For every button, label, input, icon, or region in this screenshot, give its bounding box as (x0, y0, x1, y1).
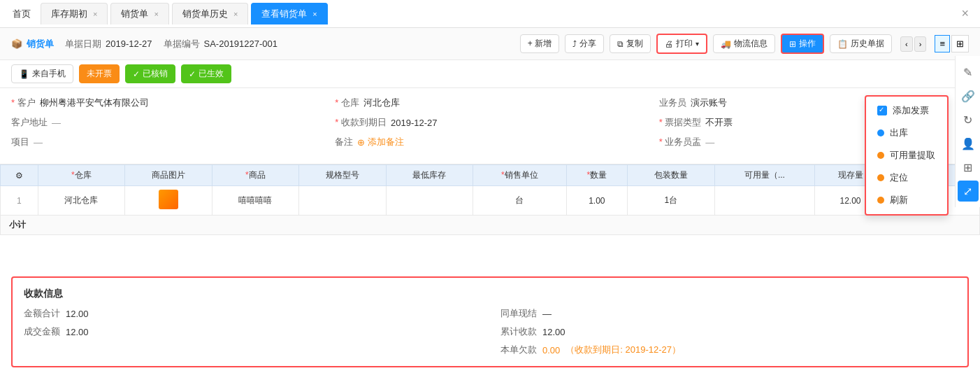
grid-view-button[interactable]: ⊞ (951, 35, 969, 52)
col-settings[interactable]: ⚙ (1, 165, 38, 186)
nav-arrows: ‹ › (900, 36, 926, 52)
new-button[interactable]: + 新增 (520, 34, 559, 53)
print-button[interactable]: 🖨 打印 ▾ (656, 34, 707, 54)
row-qty: 1.00 (566, 186, 627, 216)
doc-actions: + 新增 ⤴ 分享 ⧉ 复制 🖨 打印 ▾ 🚚 物流信息 (520, 34, 969, 54)
close-history-tab[interactable]: × (233, 10, 238, 18)
list-view-button[interactable]: ≡ (935, 35, 950, 52)
outbound-dot (877, 129, 884, 136)
prev-button[interactable]: ‹ (900, 36, 913, 52)
payment-area: 收款信息 金额合计 12.00 同单现结 — 成交金额 12.00 累计收款 1… (11, 276, 969, 367)
close-sales-tab[interactable]: × (154, 10, 158, 18)
operation-icon: ⊞ (789, 39, 796, 49)
payment-date-value: 2019-12-27 (391, 118, 438, 128)
phone-icon: 📱 (19, 69, 29, 79)
tab-sales[interactable]: 销货单 × (110, 3, 168, 24)
col-available: 可用量（... (714, 165, 815, 186)
col-image: 商品图片 (125, 165, 212, 186)
customer-field: * 客户 柳州粤港平安气体有限公司 (11, 97, 321, 109)
form-row-2: 客户地址 — * 收款到期日 2019-12-27 * 票据类型 不开票 (11, 116, 969, 129)
project-value: — (34, 137, 43, 148)
next-button[interactable]: › (914, 36, 927, 52)
logistics-button[interactable]: 🚚 物流信息 (713, 34, 775, 53)
table-area: ⚙ *仓库 商品图片 *商品 规格型号 最低库存 *销售单位 *数量 包装数量 … (0, 164, 980, 271)
history-icon: 📋 (837, 39, 848, 49)
checked-off-button[interactable]: ✓ 已核销 (125, 64, 175, 83)
project-label: 项目 (11, 136, 29, 148)
locate-label: 定位 (890, 171, 908, 184)
col-spec: 规格型号 (299, 165, 387, 186)
col-product: *商品 (212, 165, 299, 186)
row-min-stock (386, 186, 473, 216)
form-row-3: 项目 — 备注 ⊕ 添加备注 * 业务员盂 — (11, 136, 969, 148)
operation-button[interactable]: ⊞ 操作 (781, 34, 824, 54)
tab-inventory-label: 库存期初 (51, 8, 87, 20)
refresh-dot (877, 197, 884, 204)
date-value: 2019-12-27 (106, 38, 152, 49)
sidebar-link-icon[interactable]: 🔗 (958, 85, 979, 106)
subtotal-row: 小计 (1, 216, 980, 235)
note-field: 备注 ⊕ 添加备注 (335, 136, 644, 148)
tab-sales-history[interactable]: 销货单历史 × (172, 3, 248, 24)
print-dropdown-icon: ▾ (696, 40, 699, 48)
date-label: 单据日期 (65, 38, 101, 50)
copy-button[interactable]: ⧉ 复制 (610, 34, 651, 53)
row-warehouse: 河北仓库 (38, 186, 125, 216)
warehouse-label: * 仓库 (335, 97, 359, 109)
sidebar-expand-icon[interactable]: ⤢ (958, 181, 979, 202)
dropdown-refresh[interactable]: 刷新 (866, 189, 947, 211)
customer-label: * 客户 (11, 97, 36, 109)
note-label: 备注 (335, 136, 353, 148)
row-spec (299, 186, 387, 216)
outbound-label: 出库 (890, 127, 908, 139)
share-button[interactable]: ⤴ 分享 (565, 34, 604, 53)
tab-check-sales[interactable]: 查看销货单 × (251, 3, 327, 24)
sidebar-rotate-icon[interactable]: ↻ (958, 109, 979, 130)
dropdown-outbound[interactable]: 出库 (866, 122, 947, 144)
doc-title-area: 📦 销货单 (11, 38, 54, 50)
table-row: 1 河北仓库 嘻嘻嘻嘻 台 1.00 1台 12.00 (1, 186, 980, 216)
close-inventory-tab[interactable]: × (93, 10, 97, 18)
doc-header: 📦 销货单 单据日期 2019-12-27 单据编号 SA-20191227-0… (0, 28, 980, 60)
same-order-item: 同单现结 — (500, 307, 956, 320)
dropdown-available[interactable]: 可用量提取 (866, 144, 947, 167)
history-button[interactable]: 📋 历史单据 (830, 34, 892, 53)
ticket-label: * 票据类型 (659, 116, 702, 129)
check-icon2: ✓ (189, 69, 196, 79)
table-header-row: ⚙ *仓库 商品图片 *商品 规格型号 最低库存 *销售单位 *数量 包装数量 … (1, 165, 980, 186)
row-available (714, 186, 815, 216)
refresh-label: 刷新 (890, 194, 908, 206)
staff2-value: — (705, 137, 714, 148)
payment-date-field: * 收款到期日 2019-12-27 (335, 116, 644, 129)
subtotal-label: 小计 (1, 216, 980, 235)
project-field: 项目 — (11, 136, 321, 148)
address-field: 客户地址 — (11, 116, 321, 129)
number-value: SA-20191227-001 (204, 38, 278, 49)
effective-button[interactable]: ✓ 已生效 (181, 64, 231, 83)
customer-value: 柳州粤港平安气体有限公司 (40, 97, 149, 109)
close-check-tab[interactable]: × (312, 10, 317, 18)
locate-dot (877, 174, 884, 181)
same-order-label: 同单现结 (500, 307, 537, 320)
tab-bar: 首页 库存期初 × 销货单 × 销货单历史 × 查看销货单 × × (0, 0, 980, 28)
not-open-button[interactable]: 未开票 (79, 64, 120, 83)
print-icon: 🖨 (665, 39, 673, 49)
add-invoice-checkbox (877, 106, 887, 115)
deal-amount-item: 成交金额 12.00 (24, 325, 480, 338)
tab-inventory[interactable]: 库存期初 × (41, 3, 108, 24)
sidebar-grid-icon[interactable]: ⊞ (958, 157, 979, 178)
number-label: 单据编号 (164, 38, 200, 50)
sidebar-user-icon[interactable]: 👤 (958, 133, 979, 154)
sidebar-edit-icon[interactable]: ✎ (958, 62, 979, 83)
toolbar-row: 📱 来自手机 未开票 ✓ 已核销 ✓ 已生效 (0, 60, 980, 88)
tab-home[interactable]: 首页 (6, 3, 38, 24)
dropdown-add-invoice[interactable]: 添加发票 (866, 99, 947, 122)
staff-value: 演示账号 (691, 97, 727, 109)
add-note-button[interactable]: ⊕ 添加备注 (357, 136, 404, 148)
ticket-value: 不开票 (705, 116, 733, 129)
row-image (125, 186, 212, 216)
row-unit: 台 (473, 186, 566, 216)
dropdown-locate[interactable]: 定位 (866, 167, 947, 189)
close-main-button[interactable]: × (956, 3, 974, 24)
from-phone-button[interactable]: 📱 来自手机 (11, 64, 73, 83)
